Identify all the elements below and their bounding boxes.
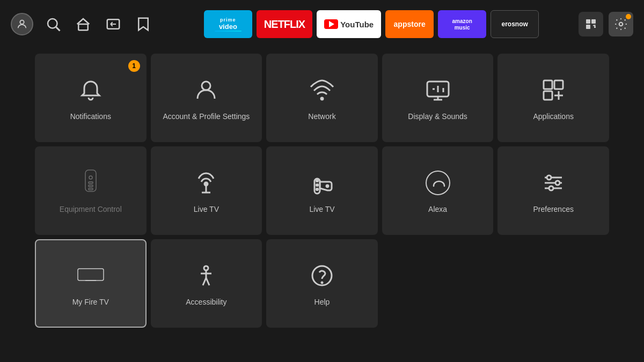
amazon-label: amazon: [452, 18, 472, 24]
appstore-button[interactable]: appstore: [385, 10, 434, 38]
sliders-icon: [537, 167, 569, 199]
display-sounds-tile[interactable]: Display & Sounds: [382, 54, 494, 142]
svg-point-13: [202, 82, 210, 90]
svg-rect-18: [544, 91, 552, 100]
applications-label: Applications: [528, 112, 579, 121]
controllers-tile[interactable]: Live TV: [266, 146, 378, 235]
controllers-label: Live TV: [304, 204, 340, 214]
settings-grid: 1 Notifications Account & Profile Settin…: [0, 48, 644, 333]
prime-video-button[interactable]: prime video: [204, 10, 252, 38]
network-tile[interactable]: Network: [266, 54, 378, 142]
svg-point-14: [321, 98, 323, 100]
netflix-label: NETFLIX: [264, 18, 305, 31]
bell-icon: [75, 74, 107, 106]
svg-rect-41: [78, 269, 104, 280]
live-tv-tile[interactable]: Live TV: [151, 146, 262, 235]
svg-line-2: [56, 27, 60, 31]
svg-rect-23: [89, 182, 93, 183]
person-icon: [190, 74, 222, 106]
svg-point-40: [549, 186, 553, 190]
svg-point-30: [316, 180, 318, 182]
controller-icon: [306, 167, 338, 199]
svg-rect-17: [554, 80, 563, 89]
svg-rect-24: [89, 185, 93, 187]
help-tile[interactable]: Help: [266, 239, 378, 328]
all-apps-button[interactable]: [579, 12, 603, 36]
rewind-button[interactable]: [103, 14, 123, 34]
firetv-icon: [75, 260, 107, 292]
svg-line-47: [206, 278, 209, 285]
svg-point-11: [619, 23, 623, 26]
remote-icon: [75, 167, 107, 199]
nav-icons: [11, 13, 153, 35]
my-fire-tv-label: My Fire TV: [67, 297, 114, 307]
preferences-label: Preferences: [528, 204, 579, 214]
account-tile[interactable]: Account & Profile Settings: [151, 54, 262, 142]
display-sounds-label: Display & Sounds: [402, 112, 473, 121]
svg-point-22: [89, 176, 92, 179]
notifications-badge: 1: [128, 60, 140, 72]
app-shortcuts: prime video NETFLIX YouTube appstore ama…: [170, 10, 573, 38]
svg-rect-16: [544, 80, 552, 89]
appstore-label: appstore: [394, 20, 426, 28]
erosnow-button[interactable]: erosnow: [491, 10, 539, 38]
svg-point-26: [204, 182, 208, 186]
top-bar: prime video NETFLIX YouTube appstore ama…: [0, 0, 644, 48]
svg-rect-6: [591, 19, 596, 24]
alexa-icon: [422, 167, 454, 199]
youtube-label: YouTube: [340, 20, 374, 29]
notifications-label: Notifications: [65, 112, 116, 121]
svg-line-46: [203, 278, 206, 285]
display-icon: [422, 74, 454, 106]
svg-point-38: [547, 175, 551, 180]
alexa-label: Alexa: [423, 204, 452, 214]
applications-tile[interactable]: Applications: [497, 54, 609, 142]
youtube-button[interactable]: YouTube: [317, 10, 381, 38]
settings-button[interactable]: [609, 12, 633, 36]
svg-rect-8: [594, 26, 596, 28]
search-button[interactable]: [43, 14, 63, 34]
notifications-tile[interactable]: 1 Notifications: [35, 54, 147, 142]
svg-point-33: [326, 185, 328, 187]
help-label: Help: [309, 297, 335, 307]
equipment-control-label: Equipment Control: [54, 204, 127, 214]
svg-point-49: [321, 282, 323, 283]
bookmark-button[interactable]: [133, 14, 153, 34]
svg-rect-5: [586, 19, 590, 24]
accessibility-tile[interactable]: Accessibility: [151, 239, 262, 328]
settings-badge: [626, 14, 631, 19]
network-label: Network: [303, 112, 341, 121]
svg-point-32: [316, 189, 318, 190]
equipment-control-tile[interactable]: Equipment Control: [35, 146, 147, 235]
erosnow-label: erosnow: [501, 20, 528, 28]
profile-button[interactable]: [11, 13, 33, 35]
svg-rect-3: [78, 24, 88, 30]
svg-point-39: [555, 181, 560, 185]
help-icon: [306, 260, 338, 292]
svg-point-34: [426, 171, 450, 195]
alexa-tile[interactable]: Alexa: [382, 146, 494, 235]
live-tv-label: Live TV: [188, 204, 224, 214]
svg-point-43: [204, 266, 208, 270]
accessibility-label: Accessibility: [180, 297, 232, 307]
netflix-button[interactable]: NETFLIX: [257, 10, 312, 38]
svg-rect-7: [586, 25, 590, 29]
account-label: Account & Profile Settings: [157, 112, 255, 121]
home-button[interactable]: [73, 14, 93, 34]
amazon-music-button[interactable]: amazon music: [438, 10, 486, 38]
music-label: music: [455, 25, 470, 31]
apps-icon: [537, 74, 569, 106]
antenna-icon: [190, 167, 222, 199]
my-fire-tv-tile[interactable]: My Fire TV: [35, 239, 147, 328]
svg-rect-25: [89, 188, 93, 190]
wifi-icon: [306, 74, 338, 106]
svg-point-31: [316, 184, 318, 186]
svg-point-0: [20, 20, 24, 24]
accessibility-icon: [190, 260, 222, 292]
svg-point-1: [48, 19, 57, 28]
right-icons: [579, 12, 633, 36]
preferences-tile[interactable]: Preferences: [497, 146, 609, 235]
